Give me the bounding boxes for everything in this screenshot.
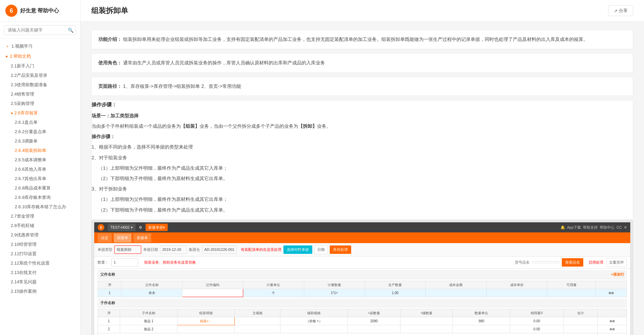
table-row: 1 米木 个 1*1= 1.00 xyxy=(98,289,627,297)
help-center-link[interactable]: 帮助中心 xyxy=(600,224,614,231)
sidebar-item-2-14[interactable]: 2.14常见问题 xyxy=(0,277,80,287)
child-col-seq: 序 xyxy=(98,309,120,317)
ops-title: 操作步骤： xyxy=(92,100,633,109)
confirm-btn[interactable]: 立案完毕 xyxy=(606,258,627,267)
path-label: 页面路径： xyxy=(98,83,122,89)
sidebar-item-videos[interactable]: ＋ 1.视频学习 xyxy=(0,41,80,51)
sidebar-item-2-6-5[interactable]: 2.6.5成本调整单 xyxy=(0,155,80,165)
cell: 第品 1 xyxy=(120,317,177,325)
cell xyxy=(280,325,348,333)
sidebar-item-2-7[interactable]: 2.7资金管理 xyxy=(0,212,80,221)
cell: 1 xyxy=(98,317,120,325)
cell-parent-code[interactable] xyxy=(182,289,243,297)
cell: 0.00 xyxy=(510,325,564,333)
col-actions xyxy=(596,281,627,289)
cell xyxy=(453,325,510,333)
child-section: 子件名称 序 子件名称 组装明细 主规格 辅助规格 xyxy=(94,297,630,335)
col-cost-amt: 成本金额 xyxy=(426,281,486,289)
sidebar-item-2-4[interactable]: 2.4销售管理 xyxy=(0,90,80,99)
doc-type-input[interactable]: 组装拆卸 xyxy=(114,245,141,254)
app-company-selector[interactable]: TEST-H002 ▾ xyxy=(108,224,136,231)
cell xyxy=(400,317,452,325)
doc-number-input[interactable]: AD-20191226-001 xyxy=(202,245,237,254)
path-text: 1、库存核算->库存管理->组装拆卸单 2、首页->常用功能 xyxy=(123,83,241,89)
sidebar-logo: 6 好生意 帮助中心 xyxy=(0,0,80,22)
doc-type-label: 单据类型 xyxy=(98,246,112,253)
search-input[interactable] xyxy=(4,25,76,35)
cell: 第品 2 xyxy=(120,325,177,333)
col-seq: 序 xyxy=(98,281,121,289)
doc-date-input[interactable]: 2019-12-26 xyxy=(160,245,187,254)
plus-icon: ＋ xyxy=(5,44,9,49)
step3: 3、对于拆卸业务 xyxy=(92,185,633,193)
sub-label: 2.2产品安装及登录 xyxy=(11,72,47,78)
app-download-link[interactable]: App下载 xyxy=(567,224,581,231)
cell-action[interactable]: ⊕⊗ xyxy=(597,317,627,325)
date-btn[interactable]: 日期 xyxy=(314,245,328,254)
qty-input[interactable]: 1 xyxy=(111,258,138,267)
table-row: ⊕⊗ xyxy=(98,333,627,335)
cell xyxy=(564,317,597,325)
sidebar-item-2-11[interactable]: 2.11打印设置 xyxy=(0,249,80,259)
cell-cost-amt xyxy=(426,289,486,297)
minus-icon-small: ● xyxy=(11,111,13,115)
sidebar-item-2-2[interactable]: 2.2产品安装及登录 xyxy=(0,71,80,80)
sidebar-item-2-6-3[interactable]: 2.6.3调拨单 xyxy=(0,136,80,146)
cell-available xyxy=(547,289,596,297)
sidebar-item-2-6-1[interactable]: 2.6.1盘点单 xyxy=(0,118,80,127)
sidebar-item-2-6-6[interactable]: 2.6.6其他入库单 xyxy=(0,165,80,174)
hint-processing: 有装配清单的在这里处理 → xyxy=(241,246,281,253)
company-id: TEST-H002 xyxy=(110,224,129,231)
sidebar-item-2-8[interactable]: 2.8手机旺铺 xyxy=(0,221,80,230)
sidebar-item-2-1[interactable]: 2.1新手入门 xyxy=(0,61,80,71)
app-nav-new1[interactable]: 新建单 xyxy=(114,233,131,242)
cell-qty: 1*1= xyxy=(304,289,365,297)
app-top-right: 🔔 App下载 帮助支持 帮助中心 CC ✕ xyxy=(560,224,627,231)
sidebar-item-2-6[interactable]: ● 2.6库存核算 xyxy=(0,108,80,118)
search-name-btn[interactable]: 搜索品名 xyxy=(562,258,583,267)
cell-cost-price xyxy=(486,289,547,297)
app-screenshot-container: 6 TEST-H002 ▾ ⚙ 新建单据▾ 🔔 App下载 xyxy=(92,220,633,335)
app-nav-custom[interactable]: 自定 xyxy=(98,233,112,242)
sidebar-item-2-9[interactable]: 2.9优惠券管理 xyxy=(0,230,80,240)
help-support-link[interactable]: 帮助支持 xyxy=(583,224,598,231)
process-btn[interactable]: 库存处理 xyxy=(330,245,351,254)
share-button[interactable]: ↗ 分享 xyxy=(608,5,633,16)
child-col-spec1: 主规格 xyxy=(235,309,280,317)
sidebar-item-2-10[interactable]: 2.10经营管理 xyxy=(0,240,80,249)
cell-action[interactable]: ⊕⊗ xyxy=(596,289,627,297)
search-icon[interactable]: 🔍 xyxy=(68,27,73,33)
intro-text: 组装拆卸单用来处理企业组装或拆卸等加工业务，支持有固定装配清单的产品加工业务，也… xyxy=(123,37,588,42)
add-row-btn[interactable]: +添加行 xyxy=(611,271,624,278)
content-area: 功能介绍： 组装拆卸单用来处理企业组装或拆卸等加工业务，支持有固定装配清单的产品… xyxy=(80,22,644,335)
sidebar-item-2-6-7[interactable]: 2.6.7其他出库单 xyxy=(0,174,80,183)
parent-section-header: 父件名称 +添加行 xyxy=(98,270,627,279)
intro-section: 功能介绍： 组装拆卸单用来处理企业组装或拆卸等加工业务，支持有固定装配清单的产品… xyxy=(91,30,633,49)
cell xyxy=(235,317,280,325)
cell-action[interactable]: ⊕⊗ xyxy=(597,333,627,335)
cell xyxy=(564,325,597,333)
sub-label: 2.5采购管理 xyxy=(11,101,34,107)
sidebar-item-2-15[interactable]: 2.15操作案例 xyxy=(0,287,80,296)
sidebar-item-2-3[interactable]: 2.3使用前数据准备 xyxy=(0,80,80,90)
sidebar-item-2-6-10[interactable]: 2.6.10库存账本错了怎么办 xyxy=(0,202,80,212)
close-icon[interactable]: ✕ xyxy=(624,224,627,231)
search-field-input[interactable] xyxy=(532,261,559,263)
page-title: 组装拆卸单 xyxy=(91,6,128,16)
child-col-name: 子件名称 xyxy=(120,309,177,317)
sidebar-item-2-6-8[interactable]: 2.6.8商品成本重算 xyxy=(0,183,80,193)
cell-action[interactable]: ⊕⊗ xyxy=(597,325,627,333)
sidebar-item-2-13[interactable]: 2.13在线支付 xyxy=(0,268,80,277)
sidebar-item-2-6-4[interactable]: 2.6.4组装拆卸单 xyxy=(0,146,80,155)
sidebar-item-2-6-9[interactable]: 2.6.9库存账本查询 xyxy=(0,193,80,202)
child-col-total: 合计 xyxy=(564,309,597,317)
sidebar-item-2-5[interactable]: 2.5采购管理 xyxy=(0,99,80,108)
sidebar-item-helpdocs[interactable]: ● 2.帮助文档 xyxy=(0,51,80,61)
scene1-title: 场景一：加工类型选择 xyxy=(92,112,633,120)
sidebar-item-2-12[interactable]: 2.12系统个性化设置 xyxy=(0,259,80,268)
cell xyxy=(235,325,280,333)
app-nav-new2[interactable]: 新建单 xyxy=(133,233,151,242)
new-doc-btn[interactable]: 新建单据▾ xyxy=(146,224,168,231)
group-warehouse-label: 集团仓 xyxy=(189,246,200,253)
sidebar-item-2-6-2[interactable]: 2.6.2分量盘点单 xyxy=(0,127,80,136)
